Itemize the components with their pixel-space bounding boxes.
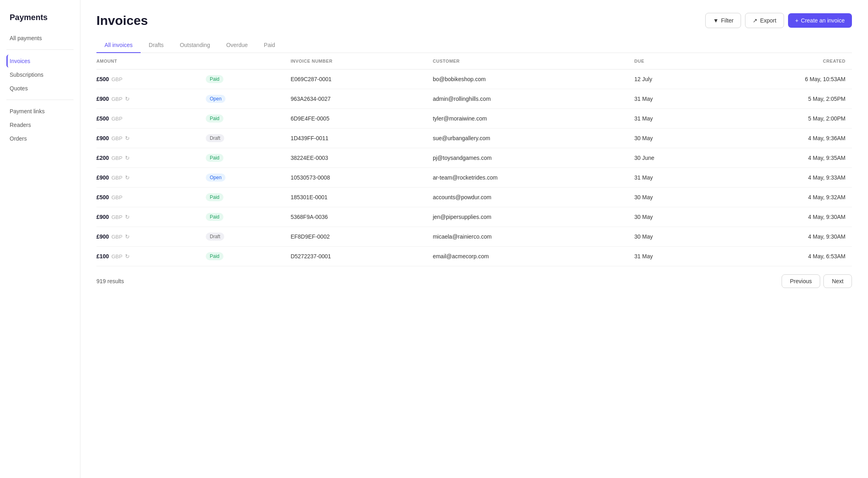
customer-cell: admin@rollinghills.com: [426, 89, 628, 109]
status-badge: Open: [206, 174, 225, 182]
status-badge: Paid: [206, 213, 223, 221]
sidebar-item-readers[interactable]: Readers: [6, 118, 74, 131]
status-badge: Open: [206, 95, 225, 103]
table-row[interactable]: £500 GBP Paid 185301E-0001 accounts@powd…: [96, 188, 852, 207]
create-invoice-button[interactable]: + Create an invoice: [788, 13, 852, 28]
amount-cell: £200 GBP ↻: [96, 148, 199, 168]
status-badge: Paid: [206, 114, 223, 123]
created-cell: 6 May, 10:53AM: [713, 69, 852, 89]
amount-value: £900: [96, 214, 109, 220]
recurring-icon: ↻: [125, 253, 130, 259]
table-row[interactable]: £900 GBP ↻ Open 963A2634-0027 admin@roll…: [96, 89, 852, 109]
table-row[interactable]: £500 GBP Paid E069C287-0001 bo@bobikesho…: [96, 69, 852, 89]
amount-cell: £900 GBP ↻: [96, 168, 199, 188]
table-row[interactable]: £900 GBP ↻ Paid 5368F9A-0036 jen@pipersu…: [96, 207, 852, 227]
sidebar-item-quotes[interactable]: Quotes: [6, 82, 74, 95]
currency: GBP: [111, 234, 122, 240]
invoice-number-cell: D5272237-0001: [284, 247, 426, 266]
table-row[interactable]: £200 GBP ↻ Paid 38224EE-0003 pj@toysandg…: [96, 148, 852, 168]
header-actions: ▼ Filter ↗ Export + Create an invoice: [705, 13, 852, 28]
next-button[interactable]: Next: [823, 274, 852, 288]
app-container: Payments All payments Invoices Subscript…: [0, 0, 868, 478]
currency: GBP: [111, 175, 122, 181]
status-badge: Draft: [206, 134, 224, 142]
customer-cell: pj@toysandgames.com: [426, 148, 628, 168]
table-row[interactable]: £900 GBP ↻ Draft EF8D9EF-0002 micaela@ra…: [96, 227, 852, 247]
status-badge-cell: Paid: [199, 188, 284, 207]
results-count: 919 results: [96, 278, 124, 284]
status-badge: Paid: [206, 193, 223, 201]
col-due: DUE: [628, 53, 713, 69]
sidebar-item-payment-links[interactable]: Payment links: [6, 105, 74, 118]
currency: GBP: [111, 214, 122, 220]
customer-cell: jen@pipersupplies.com: [426, 207, 628, 227]
due-cell: 30 May: [628, 207, 713, 227]
sidebar-title: Payments: [6, 13, 74, 22]
tab-paid[interactable]: Paid: [256, 38, 283, 53]
amount-value: £100: [96, 253, 109, 259]
export-icon: ↗: [753, 17, 757, 24]
amount-cell: £900 GBP ↻: [96, 227, 199, 247]
sidebar-item-subscriptions[interactable]: Subscriptions: [6, 68, 74, 81]
currency: GBP: [111, 116, 122, 122]
filter-icon: ▼: [713, 17, 719, 24]
status-badge-cell: Open: [199, 89, 284, 109]
invoice-number-cell: 38224EE-0003: [284, 148, 426, 168]
customer-cell: ar-team@rocketrides.com: [426, 168, 628, 188]
created-cell: 5 May, 2:00PM: [713, 109, 852, 129]
filter-button[interactable]: ▼ Filter: [705, 13, 741, 28]
status-badge-cell: Open: [199, 168, 284, 188]
previous-button[interactable]: Previous: [782, 274, 820, 288]
table-body: £500 GBP Paid E069C287-0001 bo@bobikesho…: [96, 69, 852, 266]
amount-value: £900: [96, 135, 109, 141]
currency: GBP: [111, 194, 122, 200]
tab-drafts[interactable]: Drafts: [141, 38, 172, 53]
page-title: Invoices: [96, 13, 148, 28]
customer-cell: bo@bobikeshop.com: [426, 69, 628, 89]
invoice-number-cell: EF8D9EF-0002: [284, 227, 426, 247]
col-customer: CUSTOMER: [426, 53, 628, 69]
status-badge-cell: Paid: [199, 69, 284, 89]
table-row[interactable]: £100 GBP ↻ Paid D5272237-0001 email@acme…: [96, 247, 852, 266]
invoice-number-cell: 1D439FF-0011: [284, 129, 426, 148]
currency: GBP: [111, 76, 122, 82]
invoice-number-cell: 6D9E4FE-0005: [284, 109, 426, 129]
tab-overdue[interactable]: Overdue: [218, 38, 256, 53]
table-row[interactable]: £900 GBP ↻ Open 10530573-0008 ar-team@ro…: [96, 168, 852, 188]
due-cell: 30 May: [628, 129, 713, 148]
sidebar-item-all-payments[interactable]: All payments: [6, 32, 74, 45]
customer-cell: tyler@moraiwine.com: [426, 109, 628, 129]
amount-value: £500: [96, 194, 109, 200]
table-row[interactable]: £500 GBP Paid 6D9E4FE-0005 tyler@moraiwi…: [96, 109, 852, 129]
sidebar-item-orders[interactable]: Orders: [6, 132, 74, 145]
invoice-number-cell: E069C287-0001: [284, 69, 426, 89]
sidebar-divider-2: [6, 100, 74, 100]
due-cell: 31 May: [628, 168, 713, 188]
col-invoice-number: INVOICE NUMBER: [284, 53, 426, 69]
tabs: All invoices Drafts Outstanding Overdue …: [96, 38, 852, 53]
created-cell: 4 May, 9:36AM: [713, 129, 852, 148]
amount-value: £500: [96, 76, 109, 82]
amount-cell: £500 GBP: [96, 188, 199, 207]
recurring-icon: ↻: [125, 96, 130, 102]
status-badge-cell: Paid: [199, 148, 284, 168]
create-label: Create an invoice: [801, 17, 845, 24]
recurring-icon: ↻: [125, 214, 130, 220]
due-cell: 31 May: [628, 109, 713, 129]
invoice-number-cell: 963A2634-0027: [284, 89, 426, 109]
amount-value: £200: [96, 155, 109, 161]
export-button[interactable]: ↗ Export: [745, 13, 784, 28]
sidebar-item-invoices[interactable]: Invoices: [6, 55, 74, 67]
status-badge-cell: Paid: [199, 109, 284, 129]
status-badge: Paid: [206, 75, 223, 83]
recurring-icon: ↻: [125, 135, 130, 141]
tab-all-invoices[interactable]: All invoices: [96, 38, 141, 53]
due-cell: 30 May: [628, 188, 713, 207]
customer-cell: micaela@rainierco.com: [426, 227, 628, 247]
filter-label: Filter: [721, 17, 733, 24]
col-badge: [199, 53, 284, 69]
export-label: Export: [760, 17, 776, 24]
amount-value: £900: [96, 96, 109, 102]
tab-outstanding[interactable]: Outstanding: [172, 38, 218, 53]
table-row[interactable]: £900 GBP ↻ Draft 1D439FF-0011 sue@urbang…: [96, 129, 852, 148]
